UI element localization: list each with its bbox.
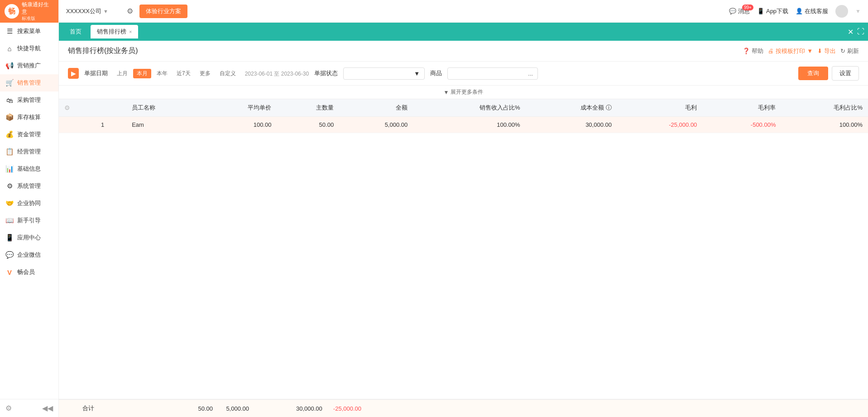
total-cost-amount: 30,000.00 [291, 405, 328, 412]
purchase-icon: 🛍 [5, 96, 14, 104]
message-icon: 💬 [729, 8, 736, 14]
message-btn[interactable]: 💬 消息 99+ [729, 7, 750, 15]
sidebar-item-member[interactable]: V 畅会员 [0, 264, 58, 281]
print-icon: 🖨 [768, 48, 774, 54]
sidebar-item-marketing[interactable]: 📢 营销推广 [0, 57, 58, 74]
sales-ranking-table: ⚙ 员工名称 平均单价 主数量 全额 销售收入占比% 成本全额 ⓘ 毛利 毛利率… [59, 99, 868, 133]
expand-more-row: ▼ 展开更多条件 [59, 86, 868, 99]
date-tab-this-year[interactable]: 本年 [153, 69, 171, 78]
row-employee-name: Eam [126, 117, 201, 133]
refresh-icon: ↻ [840, 48, 845, 54]
sidebar-item-purchase[interactable]: 🛍 采购管理 [0, 91, 58, 109]
main-area: XXXXXX公司 ▼ ⚙ 体验行业方案 💬 消息 99+ 📱 App下载 👤 在… [59, 0, 868, 417]
page-title: 销售排行榜(按业务员) [68, 46, 138, 56]
inventory-icon: 📦 [5, 113, 14, 121]
col-sales-pct: 销售收入占比% [413, 99, 525, 117]
window-expand-icon[interactable]: ⛶ [857, 28, 864, 36]
total-values: 50.00 5,000.00 30,000.00 -25,000.00 [146, 405, 863, 412]
message-badge: 99+ [742, 5, 753, 10]
total-amount: 5,000.00 [218, 405, 254, 412]
refresh-btn[interactable]: ↻ 刷新 [840, 47, 859, 55]
industry-btn[interactable]: 体验行业方案 [139, 5, 187, 18]
row-rank: 1 [96, 117, 126, 133]
total-gross-pct [403, 405, 439, 412]
marketing-icon: 📢 [5, 62, 14, 70]
sidebar-item-quick-nav[interactable]: ⌂ 快捷导航 [0, 40, 58, 57]
tab-right-actions: ✕ ⛶ [848, 28, 864, 36]
date-range-display: 2023-06-01 至 2023-06-30 [245, 70, 309, 78]
user-name-btn[interactable]: ▼ [855, 8, 861, 14]
sidebar-item-system[interactable]: ⚙ 系统管理 [0, 177, 58, 195]
chevron-down-icon: ▼ [444, 89, 449, 96]
user-avatar[interactable] [835, 5, 848, 18]
app-center-icon: 📱 [5, 234, 14, 242]
template-print-btn[interactable]: 🖨 按模板打印 ▼ [768, 47, 813, 55]
sidebar-item-wechat[interactable]: 💬 企业微信 [0, 246, 58, 264]
tab-home[interactable]: 首页 [62, 24, 89, 39]
date-tab-last-7[interactable]: 近7天 [173, 69, 194, 78]
date-label: 单据日期 [84, 69, 108, 77]
row-gross-pct: 100.00% [781, 117, 868, 133]
col-cost-amount: 成本全额 ⓘ [526, 99, 617, 117]
company-selector[interactable]: XXXXXX公司 ▼ [66, 7, 120, 15]
tab-sales-ranking[interactable]: 销售排行榜 × [91, 25, 138, 38]
window-close-icon[interactable]: ✕ [848, 28, 854, 36]
expand-more-btn[interactable]: ▼ 展开更多条件 [444, 88, 484, 96]
sidebar-item-guide[interactable]: 📖 新手引导 [0, 212, 58, 229]
date-tab-more[interactable]: 更多 [196, 69, 214, 78]
col-avg-price: 平均单价 [201, 99, 277, 117]
row-main-qty: 50.00 [277, 117, 339, 133]
row-sales-pct: 100.00% [413, 117, 525, 133]
goods-input[interactable]: ... [447, 67, 538, 80]
sidebar-item-search-order[interactable]: ☰ 搜索菜单 [0, 23, 58, 40]
row-avg-price: 100.00 [201, 117, 277, 133]
sidebar-item-operations[interactable]: 📋 经营管理 [0, 143, 58, 160]
chevron-down-icon: ▼ [807, 48, 813, 54]
tab-close-icon[interactable]: × [129, 29, 132, 34]
export-icon: ⬇ [817, 48, 822, 54]
finance-icon: 💰 [5, 130, 14, 139]
query-button[interactable]: 查询 [798, 67, 828, 80]
settings-button[interactable]: 设置 [832, 66, 859, 81]
export-btn[interactable]: ⬇ 导出 [817, 47, 836, 55]
row-settings [59, 117, 96, 133]
row-gross-rate: -500.00% [702, 117, 781, 133]
system-icon: ⚙ [5, 182, 14, 190]
table-header-row: ⚙ 员工名称 平均单价 主数量 全额 销售收入占比% 成本全额 ⓘ 毛利 毛利率… [59, 99, 868, 117]
chevron-down-icon: ▼ [855, 8, 861, 14]
phone-icon: 📱 [757, 8, 764, 14]
sidebar-item-basic-info[interactable]: 📊 基础信息 [0, 160, 58, 177]
page-header: 销售排行榜(按业务员) ❓ 帮助 🖨 按模板打印 ▼ ⬇ 导出 ↻ 刷新 [59, 41, 868, 62]
sidebar-item-inventory[interactable]: 📦 库存核算 [0, 109, 58, 126]
sidebar-settings-btn[interactable]: ⚙ [5, 404, 12, 412]
sidebar-collapse-btn[interactable]: ◀◀ [42, 404, 53, 412]
date-tab-this-month[interactable]: 本月 [133, 69, 151, 78]
tab-bar: 首页 销售排行榜 × ✕ ⛶ [59, 23, 868, 41]
app-download-btn[interactable]: 📱 App下载 [757, 7, 788, 15]
home-icon: ⌂ [5, 45, 14, 53]
total-main-qty: 50.00 [182, 405, 218, 412]
status-select[interactable]: ▼ [343, 67, 425, 80]
header-settings-icon[interactable]: ⚙ [127, 7, 133, 15]
col-main-qty: 主数量 [277, 99, 339, 117]
sidebar-item-finance[interactable]: 💰 资金管理 [0, 126, 58, 143]
table-footer: 合计 50.00 5,000.00 30,000.00 -25,000.00 [59, 399, 868, 417]
filter-expand-arrow[interactable]: ▶ [68, 68, 79, 79]
chevron-down-icon: ▼ [103, 9, 108, 14]
online-service-btn[interactable]: 👤 在线客服 [796, 7, 828, 15]
sidebar-item-sales[interactable]: 🛒 销售管理 [0, 74, 58, 91]
help-icon: ❓ [743, 48, 750, 54]
content-area: 销售排行榜(按业务员) ❓ 帮助 🖨 按模板打印 ▼ ⬇ 导出 ↻ 刷新 [59, 41, 868, 417]
date-tabs: 上月 本月 本年 近7天 更多 自定义 [113, 69, 240, 78]
col-gross-rate: 毛利率 [702, 99, 781, 117]
operations-icon: 📋 [5, 148, 14, 156]
sidebar-item-app-center[interactable]: 📱 应用中心 [0, 229, 58, 246]
help-btn[interactable]: ❓ 帮助 [743, 47, 763, 55]
date-tab-last-month[interactable]: 上月 [113, 69, 131, 78]
col-settings[interactable]: ⚙ [59, 99, 96, 117]
sidebar-item-enterprise[interactable]: 🤝 企业协同 [0, 195, 58, 212]
table-row: 1 Eam 100.00 50.00 5,000.00 100.00% 30,0… [59, 117, 868, 133]
col-gross-profit: 毛利 [617, 99, 702, 117]
sidebar-logo: 畅 畅康通好生意 标准版 [0, 0, 58, 23]
date-tab-custom[interactable]: 自定义 [216, 69, 240, 78]
